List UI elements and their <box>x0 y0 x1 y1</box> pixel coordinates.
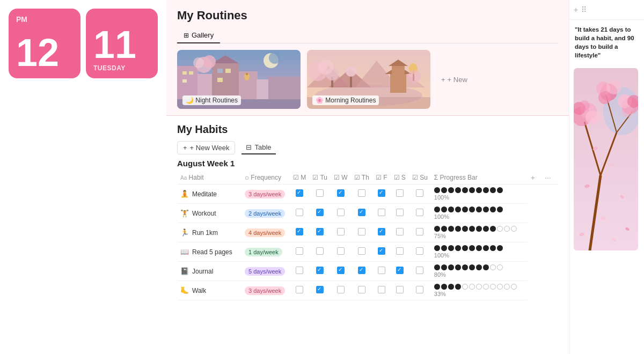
hour-display: 12 <box>16 33 73 72</box>
day-checkbox-m[interactable] <box>296 267 303 274</box>
day-checkbox-th[interactable] <box>358 267 365 274</box>
svg-rect-14 <box>225 69 231 73</box>
day-checkbox-f[interactable] <box>378 247 385 255</box>
day-checkbox-s[interactable] <box>396 228 404 235</box>
minute-display: 11 <box>93 25 150 64</box>
progress-percentage: 100% <box>434 252 524 259</box>
day-checkbox-w[interactable] <box>337 286 345 293</box>
day-checkbox-th[interactable] <box>358 286 365 293</box>
day-checkbox-m[interactable] <box>296 209 303 216</box>
progress-percentage: 80% <box>434 271 524 278</box>
day-checkbox-m[interactable] <box>296 286 303 293</box>
day-checkbox-w[interactable] <box>337 247 345 255</box>
dot-filled <box>441 264 447 270</box>
dot-filled <box>455 187 461 193</box>
new-week-button[interactable]: + + New Week <box>177 141 235 154</box>
morning-routines-card[interactable]: 🌸 Morning Routines <box>307 50 430 109</box>
day-checkbox-su[interactable] <box>416 209 423 216</box>
day-checkbox-su[interactable] <box>416 189 423 197</box>
dot-filled <box>434 245 440 251</box>
dot-filled <box>469 206 475 212</box>
day-checkbox-w[interactable] <box>337 267 345 274</box>
day-checkbox-su[interactable] <box>416 228 423 235</box>
sidebar-drag-handle[interactable]: ⠿ <box>581 5 587 14</box>
day-checkbox-tu[interactable] <box>316 247 324 255</box>
habit-icon: 🦶 <box>180 286 189 294</box>
table-row: 🧘Meditate3 days/week100% <box>177 185 558 204</box>
day-checkbox-f[interactable] <box>378 286 385 293</box>
svg-rect-15 <box>217 78 223 82</box>
progress-dots <box>434 284 524 290</box>
clock-panel: PM 12 11 TUESDAY <box>0 0 166 354</box>
day-checkbox-th[interactable] <box>358 189 365 197</box>
day-checkbox-f[interactable] <box>378 267 385 274</box>
day-checkbox-tu[interactable] <box>316 189 324 197</box>
day-checkbox-th[interactable] <box>358 228 365 235</box>
dot-filled <box>462 226 468 232</box>
day-checkbox-m[interactable] <box>296 189 303 197</box>
day-checkbox-f[interactable] <box>378 189 385 197</box>
day-checkbox-su[interactable] <box>416 267 423 274</box>
day-checkbox-s[interactable] <box>396 247 404 255</box>
day-checkbox-s[interactable] <box>396 189 404 197</box>
dot-filled <box>441 226 447 232</box>
svg-point-53 <box>579 100 590 111</box>
svg-rect-32 <box>390 74 406 93</box>
day-checkbox-th[interactable] <box>358 209 365 216</box>
habit-name-cell: 🏋️Workout <box>180 209 238 217</box>
col-header-frequency: ⊙ Frequency <box>241 171 290 185</box>
progress-cell: 100% <box>434 245 524 259</box>
frequency-badge: 3 days/week <box>245 286 285 295</box>
svg-point-56 <box>606 79 621 94</box>
habit-name-label: Journal <box>192 268 213 275</box>
col-header-progress: Σ Progress Bar <box>431 171 528 185</box>
table-row: 🏃Run 1km4 days/week75% <box>177 223 558 242</box>
dot-filled <box>469 187 475 193</box>
svg-point-39 <box>318 60 333 75</box>
dot-filled <box>483 226 489 232</box>
day-checkbox-m[interactable] <box>296 247 303 255</box>
habit-name-cell: 🧘Meditate <box>180 190 238 198</box>
plus-icon: + <box>183 144 187 152</box>
day-checkbox-tu[interactable] <box>316 267 324 274</box>
col-header-more[interactable]: ··· <box>541 171 558 185</box>
day-checkbox-f[interactable] <box>378 209 385 216</box>
day-checkbox-th[interactable] <box>358 247 365 255</box>
add-column-button[interactable]: + <box>531 173 535 182</box>
habit-icon: 🧘 <box>180 190 189 198</box>
day-checkbox-tu[interactable] <box>316 209 324 216</box>
dot-filled <box>476 187 482 193</box>
day-checkbox-s[interactable] <box>396 209 404 216</box>
svg-point-57 <box>598 91 611 104</box>
col-header-add[interactable]: + <box>528 171 541 185</box>
sidebar-add-button[interactable]: + <box>574 5 578 14</box>
frequency-badge: 3 days/week <box>245 190 285 198</box>
col-header-s: ☑ S <box>391 171 409 185</box>
habit-name-label: Workout <box>192 210 216 217</box>
table-view-button[interactable]: ⊟ Table <box>241 141 275 154</box>
table-header-row: Aa Habit ⊙ Frequency ☑ M ☑ Tu ☑ W ☑ Th ☑… <box>177 171 558 185</box>
day-checkbox-su[interactable] <box>416 247 423 255</box>
tab-gallery[interactable]: ⊞ Gallery <box>177 28 220 43</box>
day-checkbox-su[interactable] <box>416 286 423 293</box>
day-checkbox-s[interactable] <box>396 286 404 293</box>
progress-percentage: 100% <box>434 194 524 201</box>
dot-filled <box>462 245 468 251</box>
new-gallery-button[interactable]: + + New <box>437 73 472 86</box>
day-checkbox-tu[interactable] <box>316 228 324 235</box>
day-checkbox-s[interactable] <box>396 267 404 274</box>
day-checkbox-m[interactable] <box>296 228 303 235</box>
ampm-label: PM <box>16 15 73 24</box>
dot-filled <box>490 245 496 251</box>
day-checkbox-w[interactable] <box>337 209 345 216</box>
night-routines-label: 🌙 Night Routines <box>182 95 241 105</box>
dot-filled <box>476 226 482 232</box>
dot-filled <box>441 245 447 251</box>
day-checkbox-tu[interactable] <box>316 286 324 293</box>
svg-rect-12 <box>182 79 187 83</box>
day-checkbox-f[interactable] <box>378 228 385 235</box>
day-checkbox-w[interactable] <box>337 189 345 197</box>
night-routines-card[interactable]: 🌙 Night Routines <box>177 50 301 109</box>
day-checkbox-w[interactable] <box>337 228 345 235</box>
more-options-button[interactable]: ··· <box>545 173 551 182</box>
